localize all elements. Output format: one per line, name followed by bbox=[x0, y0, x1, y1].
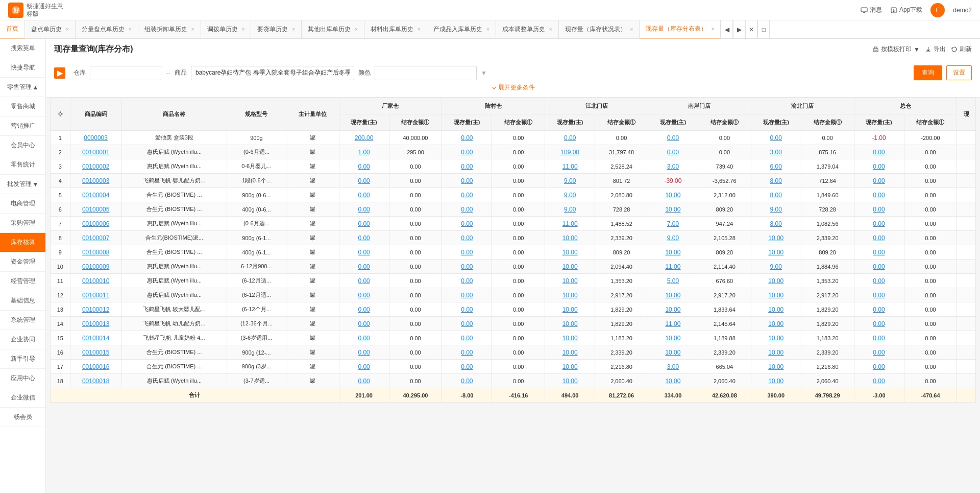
tab-combo[interactable]: 组装拆卸单历史 × bbox=[138, 20, 201, 39]
tab-prev-btn[interactable]: ◀ bbox=[721, 20, 733, 39]
tab-material-out[interactable]: 材料出库单历史 × bbox=[364, 20, 427, 39]
sidebar-item-retail-mall[interactable]: 零售商城 bbox=[0, 97, 45, 116]
cell-nanan-qty: 10.00 bbox=[648, 302, 698, 317]
tab-close-stock-dist[interactable]: × bbox=[711, 26, 714, 32]
color-dropdown-icon[interactable]: ▼ bbox=[481, 69, 487, 77]
cell-name: 飞鹤星飞帆 儿童奶粉 4... bbox=[121, 331, 227, 345]
color-input[interactable] bbox=[375, 66, 477, 80]
cell-lucun-amt: 0.00 bbox=[492, 188, 545, 202]
message-btn[interactable]: 消息 bbox=[861, 6, 882, 14]
tab-expand-btn[interactable]: □ bbox=[757, 20, 770, 39]
refresh-btn[interactable]: 刷新 bbox=[951, 45, 972, 54]
cell-no: 3 bbox=[51, 159, 70, 174]
cell-unit: 罐 bbox=[286, 260, 339, 274]
sidebar-item-inventory[interactable]: 库存核算 bbox=[0, 233, 45, 252]
tab-purchase[interactable]: 要货单历史 × bbox=[251, 20, 302, 39]
sidebar-item-basic-info[interactable]: 基础信息 bbox=[0, 291, 45, 311]
sidebar-item-wholesale[interactable]: 批发管理 ▼ bbox=[0, 175, 45, 194]
tab-close-stocktake[interactable]: × bbox=[66, 27, 69, 32]
cell-unit: 罐 bbox=[286, 217, 339, 231]
sidebar-item-operations[interactable]: 经营管理 bbox=[0, 272, 45, 291]
sidebar-item-guide[interactable]: 新手引导 bbox=[0, 349, 45, 369]
tab-close-branch[interactable]: × bbox=[129, 27, 132, 32]
th-jiangbei: 江北门店 bbox=[545, 98, 648, 114]
sidebar-item-finance[interactable]: 资金管理 bbox=[0, 252, 45, 272]
tab-close-stock-status[interactable]: × bbox=[630, 27, 633, 32]
sidebar-item-member-vip[interactable]: 畅会员 bbox=[0, 408, 45, 427]
tab-close-all-btn[interactable]: ✕ bbox=[745, 20, 757, 39]
tab-other-out[interactable]: 其他出库单历史 × bbox=[302, 20, 364, 39]
warehouse-dots[interactable]: ··· bbox=[165, 69, 170, 77]
sidebar-item-retail-mgmt[interactable]: 零售管理 ▲ bbox=[0, 78, 45, 97]
cell-jiangbei-qty: 10.00 bbox=[545, 360, 595, 374]
cell-jiangbei-qty: 9.00 bbox=[545, 188, 595, 202]
tab-close-purchase[interactable]: × bbox=[292, 27, 295, 32]
tab-stock-status[interactable]: 现存量（库存状况表） × bbox=[559, 20, 640, 39]
tab-branch-stocktake[interactable]: 分量盘点单历史 × bbox=[76, 20, 138, 39]
cell-unit: 罐 bbox=[286, 374, 339, 388]
sidebar-item-system[interactable]: 系统管理 bbox=[0, 311, 45, 330]
tab-close-transfer[interactable]: × bbox=[242, 27, 245, 32]
query-btn[interactable]: 查询 bbox=[914, 65, 942, 80]
tab-stock-dist[interactable]: 现存量（库存分布表） × bbox=[640, 20, 721, 39]
tab-close-product-in[interactable]: × bbox=[486, 27, 489, 32]
app-download-btn[interactable]: App下载 bbox=[890, 6, 922, 14]
cell-yubei-amt: 809.20 bbox=[801, 245, 854, 260]
tab-product-in[interactable]: 产成品入库单历史 × bbox=[427, 20, 496, 39]
cell-factory-amt: 0.00 bbox=[389, 188, 442, 202]
cell-total-amt: 0.00 bbox=[904, 317, 957, 331]
sidebar-item-ecommerce[interactable]: 电商管理 bbox=[0, 194, 45, 214]
expand-btn[interactable]: ▶ bbox=[54, 67, 65, 79]
cell-spec: (6-12月适... bbox=[227, 288, 286, 302]
table-row: 15 00100014 飞鹤星飞帆 儿童奶粉 4... (3-6岁适用... 罐… bbox=[51, 331, 976, 345]
tab-stocktake[interactable]: 盘点单历史 × bbox=[25, 20, 76, 39]
cell-yubei-qty: 8.00 bbox=[751, 174, 801, 188]
sidebar-item-purchase[interactable]: 采购管理 bbox=[0, 214, 45, 233]
cell-nanan-qty: 3.00 bbox=[648, 360, 698, 374]
cell-jiangbei-amt: 31,797.48 bbox=[595, 145, 648, 159]
tab-home[interactable]: 首页 bbox=[0, 20, 25, 39]
cell-nanan-qty: 0.00 bbox=[648, 145, 698, 159]
sidebar-item-member[interactable]: 会员中心 bbox=[0, 136, 45, 155]
cell-total-amt: 0.00 bbox=[904, 302, 957, 317]
warehouse-input[interactable] bbox=[90, 66, 161, 80]
cell-lucun-qty: 0.00 bbox=[442, 302, 492, 317]
export-btn[interactable]: 导出 bbox=[925, 45, 946, 54]
th-lucun-qty: 现存量(主) bbox=[442, 114, 492, 131]
sidebar-item-retail-stats[interactable]: 零售统计 bbox=[0, 155, 45, 175]
cell-nanan-amt: 665.04 bbox=[698, 360, 751, 374]
cell-yubei-qty: 10.00 bbox=[751, 231, 801, 245]
sidebar-item-marketing[interactable]: 营销推广 bbox=[0, 116, 45, 136]
cell-no: 17 bbox=[51, 360, 70, 374]
avatar[interactable]: E bbox=[930, 3, 945, 17]
expand-more-btn[interactable]: 展开更多条件 bbox=[54, 83, 972, 92]
cell-name: 惠氏启赋 (Wyeth illu... bbox=[121, 217, 227, 231]
tab-close-other-out[interactable]: × bbox=[355, 27, 358, 32]
print-btn[interactable]: 按模板打印 ▼ bbox=[872, 45, 920, 54]
cell-lucun-amt: 0.00 bbox=[492, 331, 545, 345]
sidebar-item-quick-nav[interactable]: 快捷导航 bbox=[0, 58, 45, 78]
tab-cost-adjust[interactable]: 成本调整单历史 × bbox=[496, 20, 559, 39]
sidebar-item-app-center[interactable]: 应用中心 bbox=[0, 369, 45, 388]
sidebar-item-enterprise-wx[interactable]: 企业微信 bbox=[0, 388, 45, 408]
cell-factory-qty: 0.00 bbox=[339, 345, 389, 360]
cell-yubei-amt: 728.28 bbox=[801, 202, 854, 217]
tab-close-combo[interactable]: × bbox=[191, 27, 194, 32]
tab-close-cost[interactable]: × bbox=[549, 27, 552, 32]
cell-jiangbei-amt: 2,094.40 bbox=[595, 260, 648, 274]
cell-lucun-qty: 0.00 bbox=[442, 260, 492, 274]
cell-spec: (0-6月适... bbox=[227, 217, 286, 231]
cell-lucun-amt: 0.00 bbox=[492, 345, 545, 360]
cell-name: 合生元 (BIOSTIME) ... bbox=[121, 345, 227, 360]
main-layout: 搜索英单 快捷导航 零售管理 ▲ 零售商城 营销推广 会员中心 零售统计 批发管… bbox=[0, 39, 980, 493]
th-settings[interactable] bbox=[51, 98, 70, 131]
table-row: 5 00100004 合生元 (BIOSTIME) ... 900g (0-6.… bbox=[51, 188, 976, 202]
goods-input[interactable] bbox=[191, 66, 354, 80]
sidebar-item-enterprise[interactable]: 企业协同 bbox=[0, 330, 45, 349]
settings-btn[interactable]: 设置 bbox=[946, 65, 972, 80]
tab-transfer[interactable]: 调拨单历史 × bbox=[201, 20, 252, 39]
cell-factory-qty: 0.00 bbox=[339, 302, 389, 317]
tab-close-material-out[interactable]: × bbox=[418, 27, 421, 32]
tab-next-btn[interactable]: ▶ bbox=[733, 20, 745, 39]
sidebar-item-search[interactable]: 搜索英单 bbox=[0, 39, 45, 58]
